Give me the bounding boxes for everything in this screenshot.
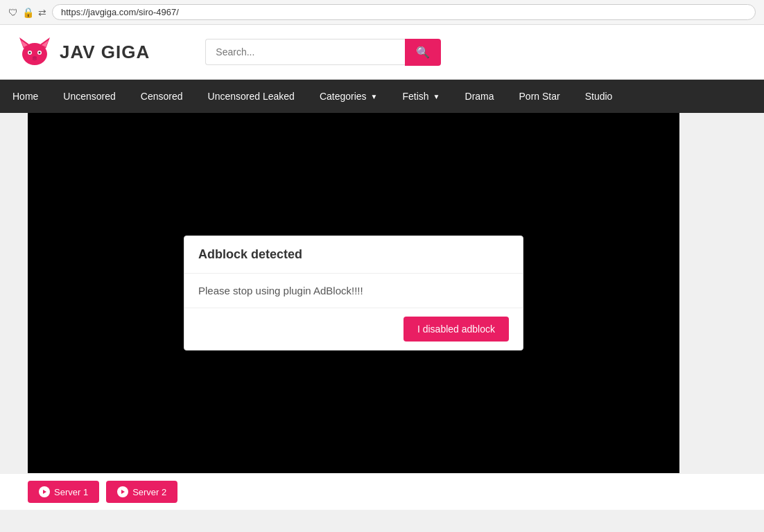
svg-point-9 [33, 56, 37, 59]
nav-label-fetish: Fetish [402, 91, 428, 102]
main-nav: Home Uncensored Censored Uncensored Leak… [0, 80, 764, 113]
search-button[interactable]: 🔍 [405, 39, 441, 66]
nav-label-drama: Drama [465, 91, 494, 102]
logo-area[interactable]: JAV GIGA [14, 35, 150, 69]
nav-label-censored: Censored [141, 91, 183, 102]
adblock-title: Adblock detected [184, 236, 523, 274]
server-1-button[interactable]: Server 1 [28, 481, 99, 503]
search-input[interactable] [205, 39, 405, 65]
main-content: Adblock detected Please stop using plugi… [0, 113, 764, 510]
categories-arrow-icon: ▼ [371, 93, 378, 100]
svg-point-8 [39, 52, 41, 54]
server-2-play-icon [117, 486, 128, 497]
nav-item-drama[interactable]: Drama [453, 80, 507, 113]
server-2-label: Server 2 [132, 487, 166, 497]
server-1-label: Server 1 [54, 487, 88, 497]
nav-item-censored[interactable]: Censored [128, 80, 196, 113]
fetish-arrow-icon: ▼ [433, 93, 440, 100]
nav-label-studio: Studio [585, 91, 613, 102]
nav-item-porn-star[interactable]: Porn Star [507, 80, 573, 113]
search-area: 🔍 [205, 39, 441, 66]
video-container: Adblock detected Please stop using plugi… [28, 113, 679, 473]
nav-label-uncensored-leaked: Uncensored Leaked [208, 91, 295, 102]
adblock-modal: Adblock detected Please stop using plugi… [184, 236, 523, 351]
browser-bar: 🛡 🔒 ⇄ https://javgiga.com/siro-4967/ [0, 0, 764, 25]
shield-icon: 🛡 [8, 7, 18, 18]
nav-item-studio[interactable]: Studio [573, 80, 625, 113]
logo-text: JAV GIGA [60, 42, 150, 63]
site-header: JAV GIGA 🔍 [0, 25, 764, 80]
nav-label-home: Home [12, 91, 38, 102]
connection-icon: ⇄ [38, 7, 46, 18]
nav-label-uncensored: Uncensored [63, 91, 116, 102]
search-icon: 🔍 [416, 46, 430, 59]
nav-item-home[interactable]: Home [0, 80, 51, 113]
browser-security-icons: 🛡 🔒 ⇄ [8, 7, 46, 18]
nav-item-uncensored[interactable]: Uncensored [51, 80, 128, 113]
server-2-button[interactable]: Server 2 [106, 481, 177, 503]
server-1-play-icon [39, 486, 50, 497]
server-bar: Server 1 Server 2 [0, 473, 764, 510]
adblock-dismiss-button[interactable]: I disabled adblock [403, 317, 509, 342]
adblock-footer: I disabled adblock [184, 308, 523, 350]
nav-item-fetish[interactable]: Fetish ▼ [390, 80, 452, 113]
nav-label-categories: Categories [320, 91, 367, 102]
logo-icon [14, 35, 55, 69]
nav-label-porn-star: Porn Star [519, 91, 560, 102]
nav-item-categories[interactable]: Categories ▼ [307, 80, 390, 113]
svg-point-7 [29, 52, 31, 54]
adblock-message: Please stop using plugin AdBlock!!!! [184, 274, 523, 308]
nav-item-uncensored-leaked[interactable]: Uncensored Leaked [196, 80, 307, 113]
url-text: https://javgiga.com/siro-4967/ [61, 7, 179, 17]
lock-icon: 🔒 [22, 7, 34, 18]
address-bar[interactable]: https://javgiga.com/siro-4967/ [52, 4, 756, 20]
